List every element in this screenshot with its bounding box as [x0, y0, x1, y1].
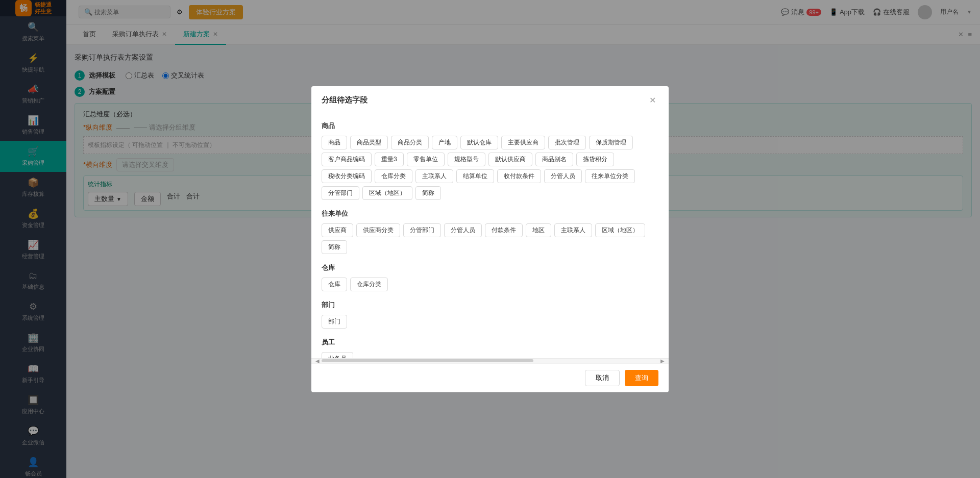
tag-goods-24[interactable]: 简称	[415, 186, 441, 200]
tag-goods-4[interactable]: 默认仓库	[460, 136, 498, 149]
modal-overlay: 分组待选字段 ✕ 商品 商品 商品类型 商品分类 产地 默认仓库 主要供应商 批…	[0, 0, 980, 478]
tag-goods-10[interactable]: 零售单位	[407, 153, 445, 166]
modal-body: 商品 商品 商品类型 商品分类 产地 默认仓库 主要供应商 批次管理 保质期管理…	[311, 113, 669, 358]
tag-goods-19[interactable]: 收付款条件	[497, 169, 541, 183]
tag-goods-20[interactable]: 分管人员	[544, 169, 582, 183]
field-tags-employee: 业务员	[322, 352, 658, 358]
tag-goods-8[interactable]: 客户商品编码	[322, 153, 372, 166]
tag-warehouse-0[interactable]: 仓库	[322, 278, 347, 291]
tag-goods-2[interactable]: 商品分类	[391, 136, 429, 149]
tag-goods-9[interactable]: 重量3	[375, 153, 404, 166]
tag-goods-6[interactable]: 批次管理	[548, 136, 586, 149]
section-department-title: 部门	[322, 300, 658, 310]
field-tags-department: 部门	[322, 315, 658, 329]
modal-header: 分组待选字段 ✕	[311, 86, 669, 113]
modal-horizontal-scrollbar[interactable]: ◀ ▶	[311, 358, 669, 363]
modal-close-button[interactable]: ✕	[646, 94, 658, 107]
section-employee-title: 员工	[322, 338, 658, 347]
tag-partner-0[interactable]: 供应商	[322, 223, 353, 237]
tag-partner-5[interactable]: 地区	[526, 223, 551, 237]
tag-goods-23[interactable]: 区域（地区）	[362, 186, 412, 200]
tag-goods-13[interactable]: 商品别名	[535, 153, 573, 166]
tag-goods-1[interactable]: 商品类型	[350, 136, 388, 149]
tag-partner-4[interactable]: 付款条件	[485, 223, 523, 237]
scroll-right-arrow[interactable]: ▶	[658, 358, 667, 364]
scroll-bar-thumb[interactable]	[322, 359, 533, 362]
tag-goods-15[interactable]: 税收分类编码	[322, 169, 372, 183]
tag-goods-17[interactable]: 主联系人	[415, 169, 453, 183]
tag-goods-3[interactable]: 产地	[432, 136, 457, 149]
tag-employee-0[interactable]: 业务员	[322, 352, 353, 358]
tag-goods-18[interactable]: 结算单位	[456, 169, 494, 183]
tag-partner-8[interactable]: 简称	[322, 240, 347, 254]
section-goods: 商品 商品 商品类型 商品分类 产地 默认仓库 主要供应商 批次管理 保质期管理…	[322, 121, 658, 200]
section-goods-title: 商品	[322, 121, 658, 131]
modal-dialog: 分组待选字段 ✕ 商品 商品 商品类型 商品分类 产地 默认仓库 主要供应商 批…	[311, 86, 669, 392]
tag-partner-6[interactable]: 主联系人	[554, 223, 592, 237]
tag-goods-5[interactable]: 主要供应商	[501, 136, 545, 149]
tag-goods-7[interactable]: 保质期管理	[589, 136, 633, 149]
section-warehouse: 仓库 仓库 仓库分类	[322, 263, 658, 291]
tag-goods-12[interactable]: 默认供应商	[488, 153, 532, 166]
tag-goods-16[interactable]: 仓库分类	[375, 169, 412, 183]
confirm-button[interactable]: 查询	[625, 370, 658, 386]
tag-goods-21[interactable]: 往来单位分类	[585, 169, 635, 183]
tag-partner-3[interactable]: 分管人员	[444, 223, 482, 237]
modal-footer: 取消 查询	[311, 363, 669, 392]
section-department: 部门 部门	[322, 300, 658, 329]
tag-partner-1[interactable]: 供应商分类	[356, 223, 400, 237]
section-partner: 往来单位 供应商 供应商分类 分管部门 分管人员 付款条件 地区 主联系人 区域…	[322, 209, 658, 254]
tag-department-0[interactable]: 部门	[322, 315, 347, 329]
scroll-left-arrow[interactable]: ◀	[313, 358, 322, 364]
field-tags-goods: 商品 商品类型 商品分类 产地 默认仓库 主要供应商 批次管理 保质期管理 客户…	[322, 136, 658, 200]
cancel-button[interactable]: 取消	[585, 370, 620, 386]
tag-partner-2[interactable]: 分管部门	[403, 223, 441, 237]
field-tags-partner: 供应商 供应商分类 分管部门 分管人员 付款条件 地区 主联系人 区域（地区） …	[322, 223, 658, 254]
tag-goods-11[interactable]: 规格型号	[448, 153, 485, 166]
section-warehouse-title: 仓库	[322, 263, 658, 272]
modal-title: 分组待选字段	[322, 95, 368, 105]
section-partner-title: 往来单位	[322, 209, 658, 218]
tag-partner-7[interactable]: 区域（地区）	[595, 223, 645, 237]
tag-goods-14[interactable]: 拣货积分	[576, 153, 614, 166]
tag-warehouse-1[interactable]: 仓库分类	[350, 278, 388, 291]
field-tags-warehouse: 仓库 仓库分类	[322, 278, 658, 291]
section-employee: 员工 业务员	[322, 338, 658, 358]
tag-goods-22[interactable]: 分管部门	[322, 186, 359, 200]
tag-goods-0[interactable]: 商品	[322, 136, 347, 149]
